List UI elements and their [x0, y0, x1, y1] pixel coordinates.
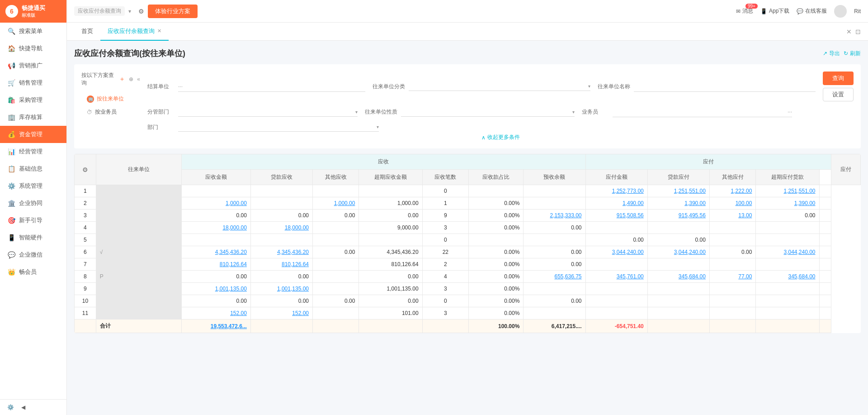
trial-button[interactable]: 体验行业方案 [148, 5, 198, 18]
partner-name-input[interactable] [634, 81, 816, 92]
sidebar-item-operations[interactable]: 📊 经营管理 [0, 143, 66, 160]
cell-loan-receivable[interactable]: 0.00 [250, 271, 312, 283]
cell-payable-amount[interactable]: 345,761.00 [585, 271, 647, 283]
cell-payable-amount[interactable]: 1,490.00 [585, 197, 647, 210]
cell-loan-receivable[interactable]: 810,126.64 [250, 258, 312, 271]
cell-other-payable[interactable]: 77.00 [709, 271, 755, 283]
sidebar-item-finance[interactable]: 💰 资金管理 [0, 126, 66, 143]
add-icon[interactable]: ＋ [119, 75, 125, 83]
tab-home[interactable]: 首页 [74, 23, 100, 41]
settlement-unit-select[interactable]: ··· [178, 81, 365, 92]
message-button[interactable]: ✉ 消息 99+ [736, 7, 753, 15]
sidebar-item-smart-hw[interactable]: 📱 智能硬件 [0, 229, 66, 246]
cell-other-receivable[interactable]: 0.00 [313, 295, 359, 307]
cell-loan-receivable[interactable]: 18,000.00 [250, 222, 312, 234]
cell-receivable-amount[interactable]: 4,345,436.20 [181, 246, 250, 258]
cell-receivable-amount[interactable]: 1,001,135.00 [181, 283, 250, 295]
sidebar-item-search-menu[interactable]: 🔍 搜索菜单 [0, 23, 66, 40]
close-window-icon[interactable]: ✕ [846, 28, 852, 35]
arrow-left-icon[interactable]: « [137, 76, 140, 82]
chevron-down-icon[interactable]: ▾ [128, 8, 131, 14]
app-download-button[interactable]: 📱 App下载 [760, 7, 789, 15]
sidebar-item-vip[interactable]: 👑 畅会员 [0, 263, 66, 281]
cell-overdue-payable[interactable]: 3,044,240.00 [756, 246, 819, 258]
settings-icon[interactable]: ⚙️ [7, 404, 14, 410]
setting-button[interactable]: 设置 [823, 88, 854, 101]
table-settings-icon[interactable]: ⚙ [82, 166, 88, 173]
sidebar-item-basic-info[interactable]: 📋 基础信息 [0, 160, 66, 177]
cell-loan-payable[interactable]: 1,251,551.00 [647, 185, 709, 197]
cell-loan-receivable[interactable]: 4,345,436.20 [250, 246, 312, 258]
cell-payable-amount[interactable]: 0.00 [585, 234, 647, 246]
sidebar-item-system[interactable]: ⚙️ 系统管理 [0, 177, 66, 195]
query-button[interactable]: 查询 [823, 72, 854, 85]
cell-overdue-payable[interactable]: 1,390.00 [756, 197, 819, 210]
partner-category-select[interactable]: ▾ [409, 82, 590, 91]
refresh-button[interactable]: ↻ 刷新 [844, 50, 861, 57]
cell-prepaid-balance[interactable]: 0.00 [524, 295, 585, 307]
cell-prepaid-balance[interactable]: 2,153,333.00 [524, 210, 585, 222]
filter-collapse-button[interactable]: ∧ 收起更多条件 [147, 134, 854, 141]
export-button[interactable]: ↗ 导出 [823, 50, 840, 57]
cell-prepaid-balance[interactable]: 0.00 [524, 246, 585, 258]
cell-overdue-payable[interactable]: 1,251,551.00 [756, 185, 819, 197]
cell-receivable-amount[interactable]: 0.00 [181, 271, 250, 283]
cell-receivable-amount[interactable]: 0.00 [181, 295, 250, 307]
sub-nav-by-partner[interactable]: 🏢 按往来单位 [81, 92, 140, 105]
cell-payable-amount[interactable]: 3,044,240.00 [585, 246, 647, 258]
tab-close-icon[interactable]: ✕ [157, 28, 161, 34]
sidebar-item-quick-nav[interactable]: 🏠 快捷导航 [0, 40, 66, 57]
gear-icon[interactable]: ⚙ [138, 8, 144, 15]
cell-receivable-amount[interactable]: 810,126.64 [181, 258, 250, 271]
cell-loan-receivable[interactable]: 0.00 [250, 295, 312, 307]
cell-other-receivable[interactable]: 0.00 [313, 246, 359, 258]
cell-other-receivable[interactable]: 0.00 [313, 210, 359, 222]
cell-receivable-amount[interactable]: 152.00 [181, 307, 250, 320]
cell-other-payable[interactable]: 100.00 [709, 197, 755, 210]
sidebar-item-wechat[interactable]: 💬 企业微信 [0, 246, 66, 263]
cell-other-receivable[interactable]: 1,000.00 [313, 197, 359, 210]
settings-small-icon[interactable]: ⊕ [129, 76, 133, 82]
sidebar-item-sales[interactable]: 🛒 销售管理 [0, 74, 66, 91]
col-settings-header[interactable]: ⚙ [75, 154, 96, 185]
cell-other-payable[interactable]: 0.00 [709, 246, 755, 258]
cell-loan-receivable[interactable]: 0.00 [250, 210, 312, 222]
online-service-button[interactable]: 💬 在线客服 [797, 7, 827, 15]
salesperson-select[interactable]: ··· [613, 107, 792, 117]
cell-payable-amount[interactable]: 915,508.56 [585, 210, 647, 222]
dept-manager-select[interactable]: ▾ [178, 108, 358, 117]
cell-no: 7 [75, 258, 96, 271]
col-other-payable-header: 其他应付 [709, 170, 755, 185]
cell-receivable-amount[interactable]: 18,000.00 [181, 222, 250, 234]
cell-prepaid-balance[interactable]: 0.00 [524, 222, 585, 234]
cell-overdue-payable[interactable]: 0.00 [756, 210, 819, 222]
partner-nature-select[interactable]: ▾ [401, 108, 575, 117]
cell-receivable-amount[interactable]: 1,000.00 [181, 197, 250, 210]
sidebar-item-marketing[interactable]: 📢 营销推广 [0, 57, 66, 74]
cell-loan-payable[interactable]: 3,044,240.00 [647, 246, 709, 258]
sidebar-item-enterprise[interactable]: 🏛️ 企业协同 [0, 195, 66, 212]
cell-loan-payable[interactable]: 0.00 [647, 234, 709, 246]
collapse-icon[interactable]: ◀ [21, 404, 25, 410]
department-select[interactable]: ▾ [178, 123, 379, 132]
cell-loan-payable[interactable]: 915,495.56 [647, 210, 709, 222]
cell-other-payable[interactable]: 13.00 [709, 210, 755, 222]
cell-loan-receivable[interactable]: 1,001,135.00 [250, 283, 312, 295]
cell-loan-receivable[interactable]: 152.00 [250, 307, 312, 320]
sub-nav-by-salesperson[interactable]: ⏱ 按业务员 [81, 105, 140, 119]
cell-prepaid-balance[interactable]: 655,636.75 [524, 271, 585, 283]
cell-loan-payable[interactable]: 1,390.00 [647, 197, 709, 210]
sidebar-item-guide[interactable]: 🎯 新手引导 [0, 212, 66, 229]
sidebar-item-inventory[interactable]: 🏢 库存核算 [0, 109, 66, 126]
cell-overdue-payable[interactable]: 345,684.00 [756, 271, 819, 283]
cell-prepaid-balance[interactable]: 0.00 [524, 258, 585, 271]
tab-query[interactable]: 应收应付余额查询 ✕ [100, 23, 169, 41]
cell-receivable-amount[interactable]: 0.00 [181, 210, 250, 222]
cell-payable-amount[interactable]: 1,252,773.00 [585, 185, 647, 197]
cell-loan-payable [647, 283, 709, 295]
sidebar-item-purchase[interactable]: 🛍️ 采购管理 [0, 91, 66, 109]
maximize-icon[interactable]: ⊡ [855, 28, 861, 35]
cell-other-payable[interactable]: 1,222.00 [709, 185, 755, 197]
cell-loan-payable[interactable]: 345,684.00 [647, 271, 709, 283]
settlement-unit-label: 结算单位 [147, 83, 175, 91]
